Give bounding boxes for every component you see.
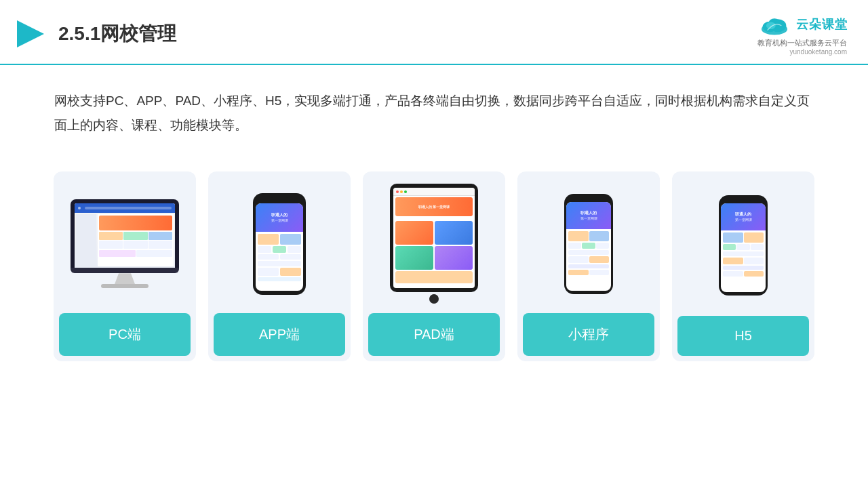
play-icon <box>14 17 47 51</box>
phone-mockup-app: 职通人的 第一堂网课 <box>253 193 306 295</box>
description-text: 网校支持PC、APP、PAD、小程序、H5，实现多端打通，产品各终端自由切换，数… <box>0 65 868 151</box>
page-title: 2.5.1网校管理 <box>58 21 176 47</box>
logo-cloud: 云朵课堂 <box>757 12 848 37</box>
card-miniprogram-image: 职通人的 第一堂网课 <box>517 171 660 313</box>
card-miniprogram-label: 小程序 <box>523 313 654 356</box>
card-app: 职通人的 第一堂网课 <box>208 171 351 361</box>
svg-point-5 <box>766 22 776 29</box>
phone-mockup-h5: 职通人的 第一堂网课 <box>719 195 768 296</box>
card-h5: 职通人的 第一堂网课 <box>672 171 814 361</box>
card-pad-label: PAD端 <box>368 313 500 356</box>
card-pc: PC端 <box>54 171 196 361</box>
logo-tagline: 教育机构一站式服务云平台 <box>757 38 847 48</box>
header-left: 2.5.1网校管理 <box>14 17 176 51</box>
card-miniprogram: 职通人的 第一堂网课 <box>517 171 660 361</box>
svg-marker-0 <box>17 20 44 47</box>
card-h5-label: H5 <box>677 316 809 356</box>
phone-mockup-mini: 职通人的 第一堂网课 <box>564 194 613 294</box>
header: 2.5.1网校管理 云朵课堂 教育机构一站式服务云平台 yunduoketang… <box>0 0 868 65</box>
cloud-icon <box>757 12 792 37</box>
card-h5-image: 职通人的 第一堂网课 <box>672 171 814 316</box>
card-app-image: 职通人的 第一堂网课 <box>208 171 351 313</box>
logo-area: 云朵课堂 教育机构一站式服务云平台 yunduoketang.com <box>757 12 848 56</box>
card-pc-image <box>54 171 196 313</box>
card-pad: 职通人的 第一堂网课 PAD端 <box>363 171 505 361</box>
logo-url: yunduoketang.com <box>789 48 847 56</box>
card-pad-image: 职通人的 第一堂网课 <box>363 171 505 313</box>
pc-mockup <box>71 199 179 288</box>
ipad-mockup: 职通人的 第一堂网课 <box>390 184 478 304</box>
card-pc-label: PC端 <box>59 313 191 356</box>
cards-container: PC端 职通人的 第一堂网课 <box>0 151 868 382</box>
logo-text-cn: 云朵课堂 <box>796 16 848 33</box>
card-app-label: APP端 <box>214 313 345 356</box>
